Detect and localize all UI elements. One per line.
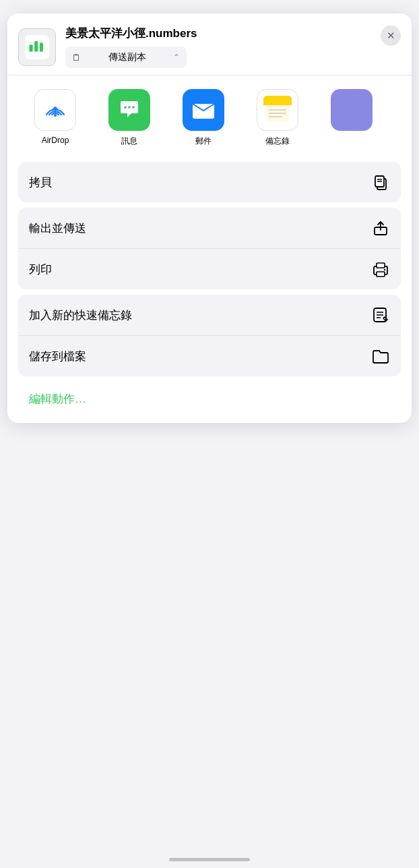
svg-rect-32 [377,263,385,268]
app-item-notes[interactable]: 備忘錄 [240,89,315,147]
copy-label: 拷貝 [29,175,52,190]
print-label: 列印 [29,262,52,277]
airdrop-label: AirDrop [42,136,69,145]
home-indicator [169,858,250,861]
share-icon [371,219,390,237]
copy-icon [371,173,390,192]
app-item-airdrop[interactable]: AirDrop [18,89,92,147]
edit-actions-label: 編輯動作… [29,393,86,405]
action-export-send[interactable]: 輸出並傳送 [18,208,401,249]
svg-rect-33 [377,272,385,277]
quicknote-icon [371,306,390,324]
sheet-header: 美景太平洋小徑.numbers 🗒 傳送副本 ⌃ ✕ [7,13,412,76]
action-quick-note[interactable]: 加入新的快速備忘錄 [18,295,401,336]
copy-type-selector[interactable]: 🗒 傳送副本 ⌃ [65,47,187,68]
notes-icon [257,89,298,131]
app-item-messages[interactable]: 訊息 [92,89,166,147]
svg-rect-6 [34,41,38,51]
mail-icon [183,89,224,131]
share-sheet: 美景太平洋小徑.numbers 🗒 傳送副本 ⌃ ✕ [7,13,412,423]
app-row: AirDrop 訊息 [7,76,412,155]
svg-rect-19 [263,101,292,105]
export-send-label: 輸出並傳送 [29,221,86,236]
svg-point-13 [128,106,131,109]
messages-label: 訊息 [121,136,137,147]
action-print[interactable]: 列印 [18,249,401,289]
home-indicator-area [0,858,419,868]
svg-line-39 [383,317,385,318]
file-icon [18,28,56,66]
print-icon [371,260,390,279]
chevron-icon: ⌃ [173,53,180,62]
copy-type-label: 傳送副本 [85,51,169,63]
svg-rect-5 [29,45,32,51]
doc-icon: 🗒 [72,53,81,63]
header-info: 美景太平洋小徑.numbers 🗒 傳送副本 ⌃ [65,26,401,68]
action-group-1: 拷貝 [18,162,401,202]
extra-app-icon [331,89,373,131]
airdrop-icon [34,89,76,131]
action-group-2: 輸出並傳送 列印 [18,208,401,289]
file-title: 美景太平洋小徑.numbers [65,26,401,41]
svg-point-9 [54,114,57,117]
messages-icon [108,89,150,131]
action-save-files[interactable]: 儲存到檔案 [18,336,401,376]
svg-point-34 [384,269,385,270]
action-list: 拷貝 輸出並傳送 [7,155,412,423]
app-item-mail[interactable]: 郵件 [166,89,240,147]
svg-point-12 [124,106,127,109]
quick-note-label: 加入新的快速備忘錄 [29,308,132,323]
save-files-label: 儲存到檔案 [29,349,86,364]
action-copy[interactable]: 拷貝 [18,162,401,202]
action-group-3: 加入新的快速備忘錄 儲存到檔案 [18,295,401,376]
close-button[interactable]: ✕ [381,26,401,46]
notes-label: 備忘錄 [265,136,290,147]
folder-icon [371,347,390,366]
mail-label: 郵件 [195,136,212,147]
svg-point-14 [132,106,135,109]
app-item-extra[interactable] [315,89,389,147]
svg-rect-7 [40,42,43,51]
edit-actions-link[interactable]: 編輯動作… [18,382,401,416]
svg-rect-24 [337,96,366,124]
